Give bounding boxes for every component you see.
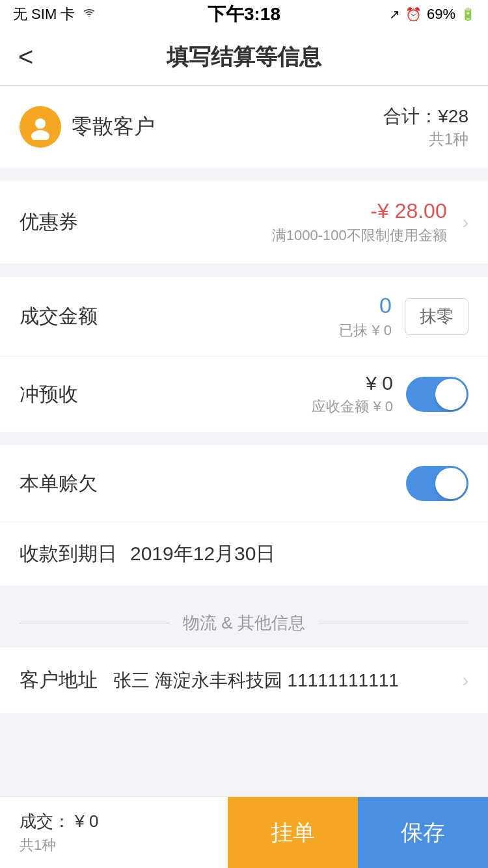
due-date-row: 收款到期日 2019年12月30日 <box>0 522 488 586</box>
chevron-right-icon: › <box>463 212 468 233</box>
bottom-count: 共1种 <box>20 835 208 855</box>
customer-row: 零散客户 合计：¥28 共1种 <box>0 86 488 168</box>
customer-right: 合计：¥28 共1种 <box>383 104 468 150</box>
prepay-sub: 应收金额 ¥ 0 <box>312 397 393 416</box>
status-right: ↗ ⏰ 69% 🔋 <box>389 6 475 23</box>
amount-row: 成交金额 0 已抹 ¥ 0 抹零 <box>0 277 488 356</box>
bottom-deal: 成交： ¥ 0 <box>20 810 208 833</box>
amount-sub: 已抹 ¥ 0 <box>339 321 392 340</box>
address-row[interactable]: 客户地址 张三 海淀永丰科技园 11111111111 › <box>0 647 488 713</box>
bottom-deal-value: ¥ 0 <box>75 811 98 831</box>
hang-button[interactable]: 挂单 <box>228 797 358 869</box>
due-date-label: 收款到期日 <box>20 541 117 567</box>
address-section: 客户地址 张三 海淀永丰科技园 11111111111 › <box>0 647 488 713</box>
svg-point-0 <box>89 16 90 18</box>
customer-total: 合计：¥28 <box>383 104 468 129</box>
logistics-header: 物流 & 其他信息 <box>0 599 488 647</box>
debt-row: 本单赊欠 <box>0 445 488 522</box>
prepay-row: 冲预收 ¥ 0 应收金额 ¥ 0 <box>0 356 488 432</box>
gap4 <box>0 586 488 599</box>
battery-label: 69% <box>427 6 455 23</box>
main-content: 零散客户 合计：¥28 共1种 优惠券 -¥ 28.00 满1000-100不限… <box>0 86 488 868</box>
prepay-toggle[interactable] <box>406 377 468 412</box>
page-title: 填写结算等信息 <box>167 42 321 72</box>
location-icon: ↗ <box>389 7 400 22</box>
alarm-icon: ⏰ <box>405 7 422 22</box>
bottom-info: 成交： ¥ 0 共1种 <box>0 810 228 855</box>
save-button[interactable]: 保存 <box>358 797 488 869</box>
carrier-label: 无 SIM 卡 <box>13 5 75 24</box>
logistics-header-inner: 物流 & 其他信息 <box>20 612 468 634</box>
logistics-line-right <box>318 623 468 623</box>
gap3 <box>0 432 488 445</box>
logistics-line-left <box>20 623 170 623</box>
amount-section: 成交金额 0 已抹 ¥ 0 抹零 冲预收 ¥ 0 应收金额 ¥ 0 <box>0 277 488 432</box>
coupon-value: -¥ 28.00 满1000-100不限制使用金额 <box>272 199 447 245</box>
bottom-deal-label: 成交： <box>20 811 70 831</box>
address-chevron-icon: › <box>463 670 468 691</box>
customer-count: 共1种 <box>383 129 468 150</box>
coupon-row[interactable]: 优惠券 -¥ 28.00 满1000-100不限制使用金额 › <box>0 181 488 264</box>
amount-label: 成交金额 <box>20 303 98 330</box>
debt-toggle-knob <box>435 468 467 499</box>
status-left: 无 SIM 卡 <box>13 5 97 24</box>
customer-section: 零散客户 合计：¥28 共1种 <box>0 86 488 168</box>
discount-desc: 满1000-100不限制使用金额 <box>272 226 447 245</box>
prepay-label: 冲预收 <box>20 381 78 408</box>
back-button[interactable]: < <box>18 42 33 72</box>
due-date-value: 2019年12月30日 <box>130 541 275 567</box>
coupon-label: 优惠券 <box>20 209 78 236</box>
status-bar: 无 SIM 卡 下午3:18 ↗ ⏰ 69% 🔋 <box>0 0 488 29</box>
amount-value-wrap: 0 已抹 ¥ 0 <box>339 293 392 340</box>
discount-amount: -¥ 28.00 <box>272 199 447 223</box>
gap2 <box>0 264 488 277</box>
customer-name: 零散客户 <box>72 113 155 141</box>
battery-icon: 🔋 <box>461 7 475 21</box>
debt-label: 本单赊欠 <box>20 470 98 497</box>
coupon-section: 优惠券 -¥ 28.00 满1000-100不限制使用金额 › <box>0 181 488 264</box>
svg-point-2 <box>31 130 49 140</box>
status-time: 下午3:18 <box>208 2 280 27</box>
toggle-knob <box>435 379 467 410</box>
debt-toggle[interactable] <box>406 466 468 501</box>
nav-bar: < 填写结算等信息 <box>0 29 488 86</box>
address-value: 张三 海淀永丰科技园 11111111111 <box>113 668 457 693</box>
svg-point-1 <box>35 118 46 129</box>
prepay-right: ¥ 0 应收金额 ¥ 0 <box>312 372 468 416</box>
avatar <box>20 106 61 148</box>
address-label: 客户地址 <box>20 667 98 694</box>
gap1 <box>0 168 488 181</box>
customer-left: 零散客户 <box>20 106 155 148</box>
logistics-label: 物流 & 其他信息 <box>183 612 305 634</box>
prepay-value: ¥ 0 <box>312 372 393 394</box>
amount-value: 0 <box>339 293 392 318</box>
wifi-icon <box>81 6 97 23</box>
debt-section: 本单赊欠 收款到期日 2019年12月30日 <box>0 445 488 586</box>
coupon-right: -¥ 28.00 满1000-100不限制使用金额 › <box>272 199 468 245</box>
prepay-value-wrap: ¥ 0 应收金额 ¥ 0 <box>312 372 393 416</box>
bottom-bar: 成交： ¥ 0 共1种 挂单 保存 <box>0 796 488 868</box>
amount-right: 0 已抹 ¥ 0 抹零 <box>339 293 468 340</box>
round-zero-button[interactable]: 抹零 <box>405 298 468 335</box>
